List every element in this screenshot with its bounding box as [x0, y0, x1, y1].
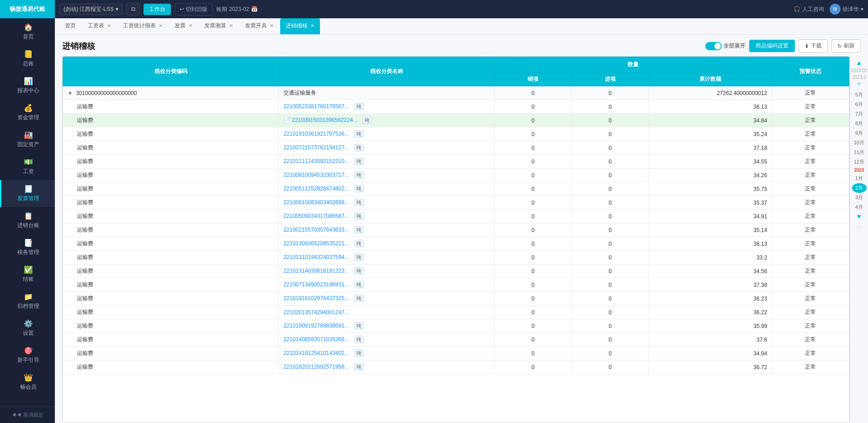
tab-invoice-issue-close[interactable]: ✕ [270, 23, 274, 29]
tab-home[interactable]: 首页 [59, 18, 81, 34]
timeline-month-1[interactable]: 1月 [852, 174, 867, 183]
company-selector[interactable]: (勿动) 江西报宝-LSS ▾ [59, 4, 122, 15]
table-row: 运输费 22100713490523196931... 吨 0 0 37.38 … [63, 278, 849, 292]
avatar: 徐 [830, 4, 841, 15]
sidebar-item-capital[interactable]: 💰 资金管理 [0, 99, 55, 126]
switch-label: 切到旧版 [186, 5, 208, 13]
timeline-up-button[interactable]: ▲ [854, 58, 865, 67]
tab-sales-check-close[interactable]: ✕ [310, 23, 314, 29]
sidebar-item-invoice[interactable]: 🧾 发票管理 [0, 180, 55, 207]
tab-payroll-close[interactable]: ✕ [107, 23, 111, 29]
tab-payroll-stats-close[interactable]: ✕ [159, 23, 163, 29]
sidebar-item-tax[interactable]: 📑 税务管理 [0, 234, 55, 261]
sidebar-item-settlement[interactable]: ✅ 结账 [0, 261, 55, 288]
invoice-link[interactable]: 22102013574294001247... [283, 309, 349, 316]
invoice-link[interactable]: 22100511252826674802... [283, 185, 349, 192]
purchase-cell: 0 [571, 347, 649, 360]
invoice-link[interactable]: 22100215570357643633... [283, 227, 349, 233]
refresh-button[interactable]: ↻ 刷新 [831, 39, 861, 53]
tab-invoice-calc[interactable]: 发票测算 ✕ [199, 18, 239, 34]
item-name-cell: 运输费 [63, 114, 279, 127]
expand-toggle[interactable] [705, 42, 722, 50]
invoice-link[interactable]: 22100721573762194127... [283, 144, 349, 151]
cumulative-cell: 36.22 [649, 306, 772, 319]
tab-payroll-stats[interactable]: 工资统计报表 ✕ [117, 18, 168, 34]
timeline-month-7[interactable]: 7月 [852, 109, 867, 119]
sidebar-item-member[interactable]: 👑 畅会员 [0, 369, 55, 396]
invoice-link[interactable]: 22101916102976437325... [283, 295, 349, 301]
sidebar-item-reports[interactable]: 📊 报表中心 [0, 72, 55, 99]
topbar: (勿动) 江西报宝-LSS ▾ ⧉ 工作台 ↩ 切到旧版 账期 2023-02 … [55, 0, 868, 18]
sidebar-item-archive[interactable]: 📁 归档管理 [0, 288, 55, 315]
calendar-icon: 📅 [251, 6, 258, 12]
sales-cell: 0 [495, 196, 572, 210]
workbench-button[interactable]: 工作台 [144, 4, 171, 15]
sidebar-item-guide[interactable]: 🎯 新手引导 [0, 342, 55, 369]
invoice-link[interactable]: 22101820212692571958... [283, 364, 349, 370]
invoice-link[interactable]: 22100713490523196931... [283, 281, 349, 288]
user-menu[interactable]: 徐 徐泽华 ▾ [830, 4, 863, 15]
settings-button[interactable]: 商品编码设置 [749, 40, 795, 52]
tab-payroll[interactable]: 工资表 ✕ [82, 18, 117, 34]
invoice-link[interactable]: 22100915031396592224... [292, 117, 357, 123]
tab-sales-check[interactable]: 进销稽核 ✕ [280, 18, 320, 34]
sidebar-item-payroll[interactable]: 💵 工资 [0, 153, 55, 180]
sidebar-item-sales-ledger[interactable]: 📋 进销台账 [0, 207, 55, 234]
timeline-month-2[interactable]: 2月 [852, 183, 867, 193]
invoice-link[interactable]: 22100810094532303717... [283, 172, 349, 178]
capital-icon: 💰 [24, 104, 33, 112]
invoice-link[interactable]: 22100615083403402688... [283, 199, 349, 206]
timeline-year-2023a: 2023.02 [851, 67, 867, 74]
timeline-month-8[interactable]: 8月 [852, 119, 867, 128]
tab-invoice-calc-close[interactable]: ✕ [229, 23, 233, 29]
timeline-scroll-up[interactable]: ⌃ [854, 81, 865, 90]
invoice-link[interactable]: 22101009192789838691... [283, 323, 349, 329]
timeline-month-9[interactable]: 9月 [852, 128, 867, 138]
refresh-icon: ↻ [837, 43, 842, 49]
sales-cell: 0 [495, 141, 572, 155]
timeline-month-11[interactable]: 11月 [852, 148, 867, 157]
timeline-down-button[interactable]: ▼ [854, 212, 865, 221]
topbar-right: 🎧 人工咨询 徐 徐泽华 ▾ [793, 4, 863, 15]
timeline-month-10[interactable]: 10月 [852, 138, 867, 148]
invoice-link[interactable]: 22101408593571035366... [283, 336, 349, 343]
invoice-link[interactable]: 22101910361921707536... [283, 131, 349, 137]
invoice-link[interactable]: 22100523381780176567... [283, 103, 349, 110]
help-button[interactable]: 🎧 人工咨询 [793, 5, 824, 13]
archive-icon: 📁 [24, 292, 33, 301]
timeline-favorite[interactable]: ♡ [856, 225, 863, 233]
invoice-no-cell: 22101910361921707536... 吨 [279, 127, 495, 141]
timeline-month-12[interactable]: 12月 [852, 157, 867, 167]
sidebar-item-assets[interactable]: 🏭 固定资产 [0, 126, 55, 153]
sidebar-item-home[interactable]: 🏠 首页 [0, 18, 55, 45]
copy-button[interactable]: ⧉ [126, 3, 140, 16]
invoice-link[interactable]: 22100509034317086587... [283, 213, 349, 219]
timeline-year-2023b: 2023.0 [852, 74, 866, 81]
sales-cell: 0 [495, 306, 572, 319]
period-selector[interactable]: 账期 2023-02 📅 [216, 5, 258, 13]
sidebar-item-settings[interactable]: ⚙️ 设置 [0, 315, 55, 342]
sidebar-item-ledger[interactable]: 📒 总账 [0, 45, 55, 72]
switch-version-button[interactable]: ↩ 切到旧版 [175, 3, 213, 16]
unpin-button[interactable]: ◀◀ 取消固定 [0, 407, 55, 423]
invoice-link[interactable]: 22101309365208535221... [283, 240, 349, 247]
timeline-month-4[interactable]: 4月 [852, 202, 867, 212]
invoice-link[interactable]: 22101111143592152210... [283, 158, 349, 164]
timeline-month-3[interactable]: 3月 [852, 193, 867, 202]
table-row: 运输费 22100511252826674802... 吨 0 0 35.75 … [63, 182, 849, 196]
unit-tag: 吨 [354, 349, 364, 357]
tab-invoice-close[interactable]: ✕ [188, 23, 192, 29]
invoice-link[interactable]: 22101419125410143402... [283, 350, 349, 356]
invoice-link[interactable]: 22101314030816191223... [283, 268, 349, 274]
tab-invoice-issue[interactable]: 发票开具 ✕ [240, 18, 279, 34]
download-button[interactable]: ⬇ 下载 [799, 39, 828, 53]
timeline-month-6[interactable]: 6月 [852, 100, 867, 109]
item-name-cell: 运输费 [63, 196, 279, 210]
sales-cell: 0 [495, 100, 572, 114]
timeline-month-5[interactable]: 5月 [852, 90, 867, 100]
item-name-cell: 运输费 [63, 251, 279, 264]
collapse-icon[interactable]: ▼ [68, 90, 73, 96]
tab-invoice[interactable]: 发票 ✕ [169, 18, 198, 34]
invoice-link[interactable]: 22101310194324037594... [283, 254, 349, 260]
item-name-cell: 运输费 [63, 347, 279, 360]
